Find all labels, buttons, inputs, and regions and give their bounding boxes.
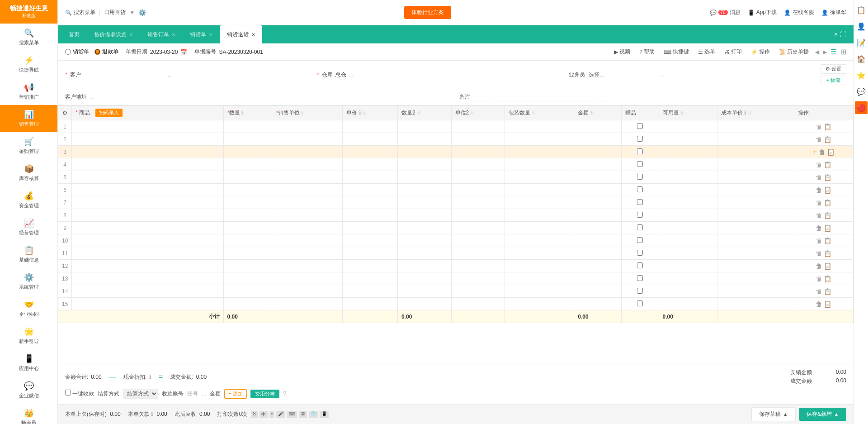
available-cell-2[interactable] <box>659 133 717 146</box>
salesperson-dots[interactable]: ... <box>660 71 665 78</box>
qty2-cell-15[interactable] <box>398 298 451 310</box>
qty2-cell-9[interactable] <box>398 222 451 234</box>
amount-cell-2[interactable] <box>574 133 622 146</box>
amount-cell-9[interactable] <box>574 222 622 234</box>
gift-cell-14[interactable] <box>622 285 659 298</box>
gift-checkbox-8[interactable] <box>637 212 643 218</box>
help-btn[interactable]: ? 帮助 <box>637 47 657 57</box>
unit2-cell-13[interactable] <box>451 272 505 285</box>
gift-cell-15[interactable] <box>622 298 659 310</box>
cost-cell-13[interactable] <box>717 272 794 285</box>
pack-cell-3[interactable] <box>505 146 574 158</box>
sidebar-item-member[interactable]: 👑 畅会员 <box>0 404 57 424</box>
app-download-item[interactable]: 📱 App下载 <box>748 9 777 16</box>
cost-cell-15[interactable] <box>717 298 794 310</box>
product-input-3[interactable] <box>75 149 219 155</box>
right-panel-icon-5[interactable]: ⭐ <box>855 69 868 81</box>
right-panel-icon-4[interactable]: 🏠 <box>855 52 868 65</box>
tab-sale[interactable]: 销货单 ✕ <box>183 25 220 43</box>
address-dots[interactable]: ... <box>90 94 94 100</box>
unit2-cell-6[interactable] <box>451 184 505 196</box>
price-cell-6[interactable] <box>343 184 398 196</box>
gift-checkbox-14[interactable] <box>637 288 643 294</box>
price-cell-1[interactable] <box>343 120 398 133</box>
next-icon[interactable]: ▶ <box>823 49 827 55</box>
unit2-cell-9[interactable] <box>451 222 505 234</box>
pack-cell-5[interactable] <box>505 171 574 184</box>
qty2-cell-14[interactable] <box>398 285 451 298</box>
logistics-btn[interactable]: + 物流 <box>821 76 846 85</box>
unit2-cell-15[interactable] <box>451 298 505 310</box>
sidebar-item-shortcut[interactable]: ⚡ 快捷导航 <box>0 51 57 78</box>
delete-icon-5[interactable]: 🗑 <box>816 174 822 181</box>
product-cell-2[interactable] <box>72 133 223 146</box>
unit-cell-7[interactable] <box>272 196 343 209</box>
delete-icon-1[interactable]: 🗑 <box>816 123 822 130</box>
delete-icon-3[interactable]: 🗑 <box>819 148 825 156</box>
pack-cell-9[interactable] <box>505 222 574 234</box>
product-cell-4[interactable] <box>72 158 223 171</box>
pack-cell-4[interactable] <box>505 158 574 171</box>
copy-icon-13[interactable]: 📋 <box>824 275 831 282</box>
topbar-nav-item[interactable]: 日用百货 <box>104 9 126 16</box>
product-cell-3[interactable] <box>72 146 223 158</box>
unit-cell-3[interactable] <box>272 146 343 158</box>
pack-cell-15[interactable] <box>505 298 574 310</box>
sidebar-item-marketing[interactable]: 📢 营销推广 <box>0 78 57 105</box>
price-cell-9[interactable] <box>343 222 398 234</box>
account-dots[interactable]: ... <box>202 391 206 397</box>
product-cell-6[interactable] <box>72 184 223 196</box>
cost-cell-3[interactable] <box>717 146 794 158</box>
unit-cell-9[interactable] <box>272 222 343 234</box>
pack-cell-7[interactable] <box>505 196 574 209</box>
right-panel-icon-6[interactable]: 💬 <box>855 85 868 98</box>
copy-icon-3[interactable]: 📋 <box>827 148 835 156</box>
tab-order[interactable]: 销售订单 ✕ <box>140 25 183 43</box>
amount-cell-15[interactable] <box>574 298 622 310</box>
remark-input[interactable] <box>473 93 609 101</box>
add-btn[interactable]: + 添加 <box>224 389 247 399</box>
available-cell-1[interactable] <box>659 120 717 133</box>
print-btn[interactable]: 🖨 打印 <box>722 47 745 57</box>
right-panel-icon-1[interactable]: 📋 <box>855 4 868 16</box>
price-cell-3[interactable] <box>343 146 398 158</box>
add-row-icon[interactable]: + <box>813 148 817 156</box>
sidebar-item-sales[interactable]: 📊 销售管理 <box>0 105 57 132</box>
right-panel-icon-3[interactable]: 📝 <box>855 36 868 49</box>
gift-cell-9[interactable] <box>622 222 659 234</box>
available-cell-12[interactable] <box>659 260 717 272</box>
available-cell-14[interactable] <box>659 285 717 298</box>
amount-cell-13[interactable] <box>574 272 622 285</box>
available-cell-8[interactable] <box>659 209 717 222</box>
list-view-icon[interactable]: ☰ <box>830 48 837 56</box>
delete-icon-4[interactable]: 🗑 <box>816 161 822 168</box>
gift-cell-6[interactable] <box>622 184 659 196</box>
available-cell-5[interactable] <box>659 171 717 184</box>
amount-cell-10[interactable] <box>574 234 622 247</box>
gift-cell-2[interactable] <box>622 133 659 146</box>
qty-cell-14[interactable] <box>223 285 272 298</box>
unit-cell-8[interactable] <box>272 209 343 222</box>
qty2-cell-5[interactable] <box>398 171 451 184</box>
cost-cell-14[interactable] <box>717 285 794 298</box>
copy-icon-12[interactable]: 📋 <box>824 262 831 270</box>
gift-cell-8[interactable] <box>622 209 659 222</box>
cost-cell-4[interactable] <box>717 158 794 171</box>
available-cell-11[interactable] <box>659 247 717 260</box>
product-cell-12[interactable] <box>72 260 223 272</box>
product-cell-5[interactable] <box>72 171 223 184</box>
save-draft-chevron[interactable]: ▲ <box>783 411 788 418</box>
tab-sale-close[interactable]: ✕ <box>209 32 212 37</box>
gift-checkbox-7[interactable] <box>637 199 643 205</box>
delete-icon-7[interactable]: 🗑 <box>816 199 822 206</box>
tab-close-all[interactable]: ✕ ⛶ <box>830 31 850 38</box>
notification-item[interactable]: 💬 70 消息 <box>710 9 741 16</box>
gift-cell-12[interactable] <box>622 260 659 272</box>
right-panel-icon-2[interactable]: 👤 <box>855 20 868 33</box>
qty2-cell-10[interactable] <box>398 234 451 247</box>
gift-cell-3[interactable] <box>622 146 659 158</box>
pack-cell-2[interactable] <box>505 133 574 146</box>
qty2-cell-3[interactable] <box>398 146 451 158</box>
sidebar-item-purchase[interactable]: 🛒 采购管理 <box>0 132 57 159</box>
available-cell-10[interactable] <box>659 234 717 247</box>
